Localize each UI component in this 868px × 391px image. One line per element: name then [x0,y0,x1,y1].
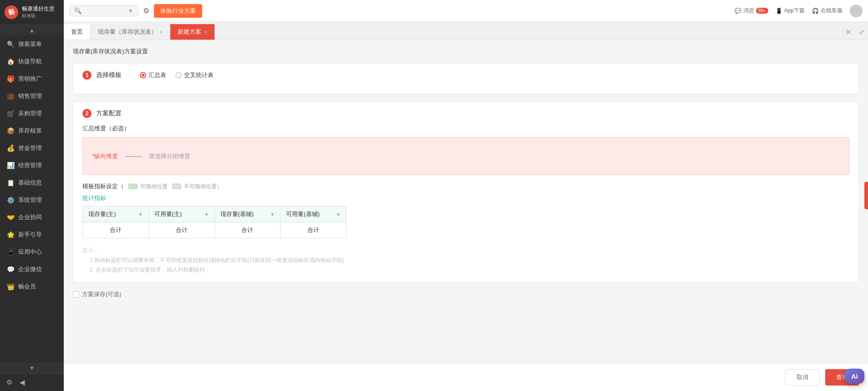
sidebar-item-label: 经营管理 [18,161,42,170]
right-handle[interactable] [864,182,868,209]
sidebar-item-enterprise[interactable]: 🤝 企业协同 [0,209,64,226]
tab-new-plan[interactable]: 新建方案 × [170,24,214,40]
stats-col-0[interactable]: 现存量(主) ▼ [83,206,149,222]
option-summary[interactable]: 汇总表 [140,71,166,79]
topbar-right: 💬 消息 99+ 📱 App下载 🎧 在线客服 [735,5,863,17]
sidebar-bottom: ⚙ ◀ [0,373,64,391]
quick-nav-icon: 🏠 [6,57,15,66]
dimension-placeholder: 请选择分组维度 [149,152,190,160]
sidebar-item-purchase[interactable]: 🛒 采购管理 [0,105,64,122]
sidebar-item-finance[interactable]: 💰 资金管理 [0,139,64,157]
tab-new-plan-label: 新建方案 [178,28,201,36]
stats-col-3[interactable]: 可用量(基辅) ▼ [281,206,346,222]
tab-expand-btn[interactable]: ⤢ [855,26,868,38]
sidebar-item-label: 应用中心 [18,248,42,256]
tab-new-plan-close[interactable]: × [204,29,207,35]
stats-col-1[interactable]: 可用量(主) ▼ [149,206,215,222]
step1-title: 选择模板 [96,71,122,79]
app-center-icon: 📱 [6,248,15,256]
stats-cell-1: 合计 [149,222,215,238]
gear-icon[interactable]: ⚙ [143,6,149,15]
sidebar-item-label: 采购管理 [18,109,42,118]
indicators-section: 模板指标设定（ 可拖动位置 不可拖动位置） 统计指标 现存量(主) [82,182,849,238]
tab-bar: 首页 现存量（库存状况表） × 新建方案 × ✕ ⤢ [64,22,868,40]
sidebar-logo: 畅 畅康通好生意 标准版 [0,0,64,25]
settings-icon[interactable]: ⚙ [6,378,12,386]
footer: 取消 查询 [64,363,868,391]
search-dropdown-icon[interactable]: ▼ [128,8,133,14]
indicators-label-text: 模板指标设定（ [82,182,124,190]
option-cross[interactable]: 交叉统计表 [175,71,214,79]
legend-draggable-group: 可拖动位置 [128,183,168,190]
save-checkbox[interactable] [73,291,79,298]
save-option[interactable]: 方案保存(可选) [73,290,859,298]
sidebar-item-member[interactable]: 👑 畅会员 [0,278,64,295]
sidebar-item-basic-info[interactable]: 📋 基础信息 [0,174,64,191]
tab-inventory-status[interactable]: 现存量（库存状况表） × [91,24,170,40]
stats-col-2[interactable]: 现存量(基辅) ▼ [215,206,281,222]
new-guide-icon: 🌟 [6,231,15,239]
collapse-icon[interactable]: ◀ [20,378,25,386]
avatar[interactable] [850,5,863,17]
search-input[interactable] [84,8,125,14]
operations-icon: 📊 [6,161,15,170]
main-area: 🔍 ▼ ⚙ 体验行业方案 💬 消息 99+ 📱 App下载 🎧 在线客服 [64,0,868,391]
sidebar-item-label: 基础信息 [18,179,42,187]
stats-col-3-label: 可用量(基辅) [286,210,320,218]
sidebar-item-sales[interactable]: 💼 销售管理 [0,87,64,105]
ai-float-button[interactable]: Ai [845,369,864,384]
sidebar-item-operations[interactable]: 📊 经营管理 [0,157,64,174]
tips-section: 提示： 1.拖动标题栏可以调整布局，不可跨维度或指标区域拖动栏目字段(只能在同一… [82,246,849,275]
tab-home[interactable]: 首页 [64,24,91,40]
search-box[interactable]: 🔍 ▼ [69,5,138,16]
sidebar-item-app-center[interactable]: 📱 应用中心 [0,243,64,261]
message-icon: 💬 [735,8,741,14]
wechat-icon: 💬 [6,265,15,273]
message-label: 消息 [743,7,754,15]
chevron-down-icon-1[interactable]: ▼ [204,212,209,217]
radio-cross-dot [175,72,182,78]
sidebar-item-marketing[interactable]: 🎁 营销推广 [0,70,64,87]
message-item[interactable]: 💬 消息 99+ [735,7,768,15]
sidebar-item-new-guide[interactable]: 🌟 新手引导 [0,226,64,243]
topbar: 🔍 ▼ ⚙ 体验行业方案 💬 消息 99+ 📱 App下载 🎧 在线客服 [64,0,868,22]
page-title: 现存量(库存状况表)方案设置 [73,47,859,56]
dimension-box[interactable]: *纵向维度 —— 请选择分组维度 [82,137,849,175]
sidebar-nav: 🔍 搜索菜单 🏠 快捷导航 🎁 营销推广 💼 销售管理 🛒 采购管理 📦 库存核… [0,36,64,363]
step2-title: 方案配置 [96,109,122,118]
sidebar-scroll-up[interactable]: ▲ [0,25,64,36]
tab-close-btn[interactable]: ✕ [842,26,855,38]
message-badge: 99+ [756,8,768,14]
tab-inventory-status-close[interactable]: × [160,29,163,35]
app-name: 畅康通好生意 [22,5,55,13]
sidebar-item-system[interactable]: ⚙️ 系统管理 [0,191,64,209]
stats-col-1-label: 可用量(主) [154,210,182,218]
enterprise-icon: 🤝 [6,213,15,221]
online-service-item[interactable]: 🎧 在线客服 [812,7,842,15]
logo-text-block: 畅康通好生意 标准版 [22,5,55,19]
sidebar-item-label: 搜索菜单 [18,40,42,48]
sales-icon: 💼 [6,92,15,100]
sidebar-item-label: 系统管理 [18,196,42,204]
indicators-label: 模板指标设定（ 可拖动位置 不可拖动位置） [82,182,849,190]
industry-btn[interactable]: 体验行业方案 [154,4,202,18]
legend-non-draggable-box [172,184,181,189]
sidebar-scroll-down[interactable]: ▼ [0,363,64,373]
step2-number: 2 [82,109,92,118]
cancel-button[interactable]: 取消 [785,369,820,386]
app-download-item[interactable]: 📱 App下载 [776,7,805,15]
app-download-label: App下载 [784,7,805,15]
chevron-down-icon-3[interactable]: ▼ [336,212,341,217]
sidebar-item-search-menu[interactable]: 🔍 搜索菜单 [0,36,64,53]
chevron-down-icon-2[interactable]: ▼ [270,212,275,217]
chevron-down-icon-0[interactable]: ▼ [138,212,143,217]
sidebar-item-quick-nav[interactable]: 🏠 快捷导航 [0,53,64,70]
tip-item-1: 2. 点击标题栏下拉可设置排序、插入列和删除列 [82,265,849,275]
logo-icon: 畅 [5,5,18,19]
stats-cell-0: 合计 [83,222,149,238]
tab-home-label: 首页 [71,28,83,36]
sidebar-item-wechat[interactable]: 💬 企业微信 [0,261,64,278]
stats-cell-3: 合计 [281,222,346,238]
sidebar-item-inventory[interactable]: 📦 库存核算 [0,122,64,139]
online-service-label: 在线客服 [821,7,842,15]
